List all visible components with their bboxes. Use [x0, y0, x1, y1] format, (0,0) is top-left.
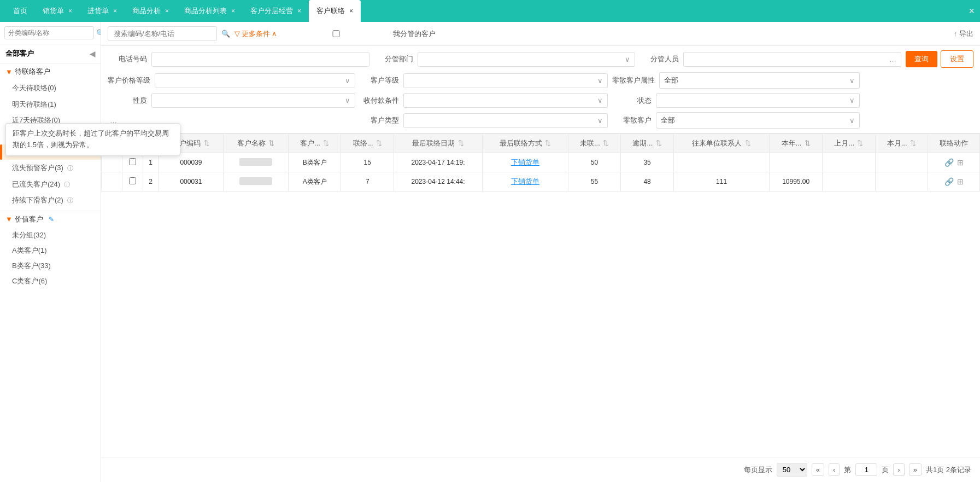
th-customer-type[interactable]: 客户... ⇅	[288, 134, 341, 153]
nav-close-customer-contact[interactable]: ×	[349, 7, 353, 15]
th-last-month[interactable]: 上月... ⇅	[822, 134, 875, 153]
filter-label: 更多条件	[242, 29, 270, 39]
phone-label: 电话号码	[108, 54, 151, 64]
gender-select[interactable]: ∨	[151, 93, 355, 108]
my-customer-checkbox-label[interactable]: 我分管的客户	[281, 29, 436, 39]
method-sort-icon[interactable]: ⇅	[545, 139, 551, 147]
sidebar-all-customers[interactable]: 全部客户 ◀	[0, 44, 101, 63]
search-button[interactable]: 🔍	[221, 30, 230, 38]
nav-close-sales[interactable]: ×	[68, 7, 72, 15]
price-level-select[interactable]: ∨	[155, 73, 355, 88]
export-button[interactable]: ↑ 导出	[954, 29, 974, 39]
td-checkbox-1[interactable]	[122, 172, 143, 191]
sidebar-lost[interactable]: 已流失客户(24) ⓘ	[0, 176, 101, 193]
sidebar-lost-warning[interactable]: 流失预警客户(3) ⓘ	[0, 160, 101, 176]
nav-item-customer-contact[interactable]: 客户联络 ×	[309, 0, 361, 22]
td-checkbox-0[interactable]	[122, 153, 143, 172]
nav-item-analysis-list[interactable]: 商品分析列表 ×	[177, 0, 243, 22]
row-checkbox-0[interactable]	[129, 158, 136, 165]
th-not-contacted[interactable]: 未联... ⇅	[568, 134, 621, 153]
nav-close-customer-layer[interactable]: ×	[297, 7, 301, 15]
last-method-link-0[interactable]: 下销货单	[511, 158, 539, 166]
first-page-btn[interactable]: «	[812, 463, 824, 476]
nav-item-customer-layer[interactable]: 客户分层经营 ×	[243, 0, 309, 22]
row-checkbox-1[interactable]	[129, 177, 136, 184]
not-contacted-sort-icon[interactable]: ⇅	[603, 139, 609, 147]
last-month-sort-icon[interactable]: ⇅	[857, 139, 863, 147]
link-icon-1[interactable]: 🔗	[944, 177, 954, 186]
nav-item-sales[interactable]: 销货单 ×	[35, 0, 80, 22]
sidebar-c-customers[interactable]: C类客户(6)	[0, 274, 101, 289]
filter-customer-type: 客户类型 ∨	[360, 113, 607, 128]
search-input[interactable]	[108, 26, 217, 41]
td-type-0: B类客户	[288, 153, 341, 172]
nav-item-purchase[interactable]: 进货单 ×	[80, 0, 125, 22]
sidebar-collapse-icon[interactable]: ◀	[90, 50, 95, 58]
dept-select[interactable]: ∨	[418, 52, 636, 67]
nav-label-analysis-list: 商品分析列表	[184, 6, 227, 16]
current-page-input[interactable]	[855, 463, 877, 476]
my-customer-checkbox[interactable]	[281, 30, 391, 37]
nav-item-analysis[interactable]: 商品分析 ×	[125, 0, 177, 22]
contacts-sort-icon[interactable]: ⇅	[745, 139, 751, 147]
customer-level-select[interactable]: ∨	[403, 73, 607, 88]
last-page-btn[interactable]: »	[909, 463, 922, 476]
overdue-sort-icon[interactable]: ⇅	[656, 139, 662, 147]
customer-type-select[interactable]: ∨	[403, 113, 607, 128]
nav-close-all[interactable]: ×	[969, 5, 975, 17]
sidebar-pending-section[interactable]: ▼ 待联络客户	[0, 63, 101, 80]
manager-select[interactable]: …	[683, 52, 901, 67]
sidebar-ungrouped[interactable]: 未分组(32)	[0, 228, 101, 243]
th-contacts[interactable]: 往来单位联系人 ⇅	[673, 134, 770, 153]
sidebar-search-input[interactable]	[4, 26, 94, 39]
th-this-year[interactable]: 本年... ⇅	[770, 134, 823, 153]
this-month-sort-icon[interactable]: ⇅	[910, 139, 916, 147]
th-overdue[interactable]: 逾期... ⇅	[621, 134, 674, 153]
td-code-1: 000031	[159, 172, 224, 191]
sidebar-tomorrow[interactable]: 明天待联络(1)	[0, 96, 101, 113]
retail-attr-select[interactable]: 全部 ∨	[659, 72, 860, 89]
next-page-btn[interactable]: ›	[893, 463, 904, 476]
sidebar-b-customers[interactable]: B类客户(33)	[0, 258, 101, 274]
sidebar-search-icon[interactable]: 🔍	[96, 29, 101, 37]
setting-button[interactable]: 设置	[941, 50, 973, 68]
sidebar-value-title[interactable]: ▼ 价值客户 ✎	[0, 211, 101, 228]
date-sort-icon[interactable]: ⇅	[458, 139, 464, 147]
th-last-contact-method[interactable]: 最后联络方式 ⇅	[483, 134, 568, 153]
status-select[interactable]: ∨	[656, 93, 860, 108]
td-last-method-1[interactable]: 下销货单	[483, 172, 568, 191]
code-sort-icon[interactable]: ⇅	[204, 139, 210, 147]
sidebar-declining[interactable]: 持续下滑客户(2) ⓘ	[0, 192, 101, 208]
th-this-month[interactable]: 本月... ⇅	[875, 134, 928, 153]
query-button[interactable]: 查询	[906, 51, 937, 67]
nav-item-home[interactable]: 首页	[5, 0, 35, 22]
nav-close-purchase[interactable]: ×	[113, 7, 117, 15]
th-contact[interactable]: 联络... ⇅	[341, 134, 394, 153]
last-method-link-1[interactable]: 下销货单	[511, 177, 539, 185]
grid-icon-1[interactable]: ⊞	[957, 177, 964, 186]
sidebar-today[interactable]: 今天待联络(0)	[0, 80, 101, 96]
this-year-sort-icon[interactable]: ⇅	[805, 139, 811, 147]
value-edit-icon[interactable]: ✎	[49, 216, 54, 223]
payment-select[interactable]: ∨	[403, 93, 607, 108]
th-name[interactable]: 客户名称 ⇅	[224, 134, 289, 153]
grid-icon-0[interactable]: ⊞	[957, 158, 964, 167]
retail-customer-select[interactable]: 全部 ∨	[656, 112, 860, 129]
name-sort-icon[interactable]: ⇅	[268, 139, 274, 147]
prev-page-btn[interactable]: ‹	[829, 463, 840, 476]
phone-input[interactable]	[151, 52, 369, 67]
filter-more-button[interactable]: ▽ 更多条件 ∧	[234, 29, 277, 39]
pending-arrow: ▼	[5, 68, 13, 76]
contact-sort-icon[interactable]: ⇅	[376, 139, 382, 147]
nav-close-analysis[interactable]: ×	[165, 7, 169, 15]
per-page-select[interactable]: 50 100 200	[777, 463, 807, 477]
table-area: ⚙ 客户编码 ⇅ 客户名称 ⇅	[101, 133, 980, 457]
td-last-method-0[interactable]: 下销货单	[483, 153, 568, 172]
td-overdue-0: 35	[621, 153, 674, 172]
th-last-contact-date[interactable]: 最后联络日期 ⇅	[394, 134, 483, 153]
type-sort-icon[interactable]: ⇅	[323, 139, 329, 147]
link-icon-0[interactable]: 🔗	[944, 158, 954, 167]
td-this-month-0	[875, 153, 928, 172]
nav-close-analysis-list[interactable]: ×	[231, 7, 235, 15]
sidebar-a-customers[interactable]: A类客户(1)	[0, 243, 101, 258]
